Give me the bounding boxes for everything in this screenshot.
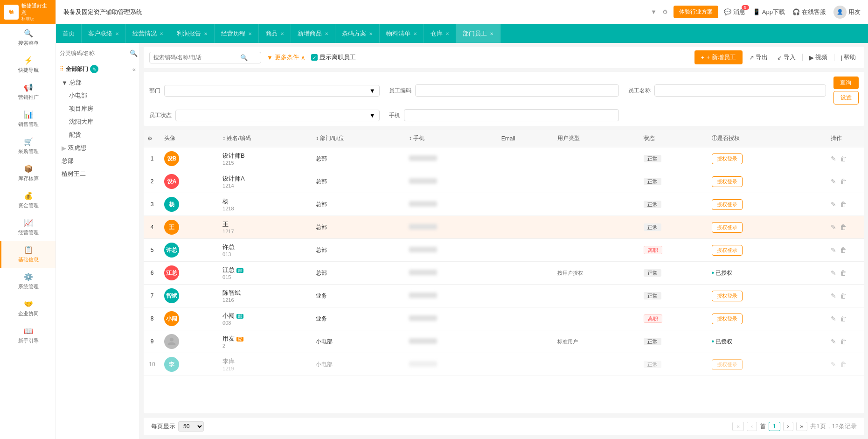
close-icon[interactable]: ✕	[490, 31, 493, 36]
edit-icon[interactable]: ✎	[831, 338, 836, 345]
trial-button[interactable]: 体验行业方案	[674, 6, 718, 18]
video-button[interactable]: ▶ 视频	[806, 51, 830, 63]
search-input[interactable]	[153, 54, 237, 61]
emp-code-input[interactable]	[415, 84, 619, 97]
next-page-button[interactable]: ›	[783, 422, 793, 431]
sidebar-item-search[interactable]: 🔍 搜索菜单	[0, 24, 56, 51]
sidebar-item-marketing[interactable]: 📢 营销推广	[0, 78, 56, 105]
auth-button[interactable]: 授权登录	[712, 222, 743, 233]
close-icon[interactable]: ✕	[204, 31, 208, 36]
dept-node-head[interactable]: ▼ 总部	[58, 76, 138, 89]
online-service-button[interactable]: 🎧 在线客服	[792, 8, 826, 16]
dept-node-small-elec[interactable]: 小电部	[65, 89, 138, 102]
edit-icon[interactable]: ✎	[831, 246, 836, 254]
set-button[interactable]: 设置	[833, 91, 859, 105]
prev-page-button[interactable]: ‹	[747, 422, 757, 431]
close-icon[interactable]: ✕	[445, 31, 449, 36]
auth-button[interactable]: 授权登录	[712, 153, 743, 164]
dept-node-project[interactable]: 项目库房	[65, 102, 138, 115]
dept-search-input[interactable]	[60, 50, 130, 56]
delete-icon[interactable]: 🗑	[840, 269, 847, 277]
more-filter-button[interactable]: ▼ 更多条件 ∧	[267, 53, 306, 62]
settings-icon[interactable]: ⚙	[662, 8, 668, 15]
th-phone[interactable]: ↕ 手机	[405, 130, 498, 147]
sidebar-item-collab[interactable]: 🤝 企业协同	[0, 295, 56, 322]
sidebar-item-operation[interactable]: 📈 经营管理	[0, 214, 56, 241]
auth-button[interactable]: 授权登录	[712, 359, 743, 370]
checkbox-resigned[interactable]	[311, 54, 318, 61]
close-icon[interactable]: ✕	[248, 31, 252, 36]
tab-barcode[interactable]: 条码方案✕	[335, 24, 380, 43]
delete-icon[interactable]: 🗑	[840, 155, 847, 162]
emp-name-input[interactable]	[654, 84, 826, 97]
message-button[interactable]: 💬 消息 5	[724, 8, 745, 16]
app-download-button[interactable]: 📱 App下载	[753, 8, 785, 16]
first-page-button[interactable]: «	[732, 422, 744, 431]
dept-node-shuanghu[interactable]: ▶ 双虎想	[58, 141, 138, 154]
filter-dept-select[interactable]: ▼	[164, 85, 380, 97]
query-button[interactable]: 查询	[833, 77, 859, 89]
auth-button[interactable]: 授权登录	[712, 314, 743, 324]
auth-button[interactable]: 授权登录	[712, 245, 743, 256]
per-page-select[interactable]: 50 20 100	[178, 421, 204, 432]
auth-button[interactable]: 授权登录	[712, 291, 743, 301]
th-name[interactable]: ↕ 姓名/编码	[219, 130, 312, 147]
close-icon[interactable]: ✕	[413, 31, 417, 36]
close-icon[interactable]: ✕	[115, 31, 119, 36]
delete-icon[interactable]: 🗑	[840, 292, 847, 300]
help-button[interactable]: | 帮助	[838, 51, 859, 63]
edit-icon[interactable]: ✎	[831, 292, 836, 300]
dept-node-zhishu[interactable]: 植树王二	[58, 167, 138, 181]
collapse-icon[interactable]: «	[132, 66, 136, 73]
phone-input[interactable]	[404, 109, 619, 121]
edit-icon[interactable]: ✎	[831, 155, 836, 162]
close-icon[interactable]: ✕	[369, 31, 373, 36]
sidebar-item-sales[interactable]: 📊 销售管理	[0, 105, 56, 132]
delete-icon[interactable]: 🗑	[840, 201, 847, 208]
dropdown-icon[interactable]: ▼	[651, 8, 657, 15]
dept-edit-button[interactable]: ✎	[90, 65, 98, 73]
delete-icon[interactable]: 🗑	[840, 178, 847, 185]
edit-icon[interactable]: ✎	[831, 178, 836, 185]
auth-button[interactable]: 授权登录	[712, 199, 743, 210]
tab-warehouse[interactable]: 仓库✕	[424, 24, 456, 43]
sidebar-item-inventory[interactable]: 📦 库存核算	[0, 160, 56, 187]
auth-button[interactable]: 授权登录	[712, 176, 743, 187]
dept-node-shenyang[interactable]: 沈阳大库	[65, 115, 138, 128]
sidebar-item-system[interactable]: ⚙️ 系统管理	[0, 268, 56, 295]
delete-icon[interactable]: 🗑	[840, 315, 847, 322]
filter-status-select[interactable]: ▼	[175, 110, 380, 121]
tab-customer[interactable]: 客户联络✕	[82, 24, 126, 43]
close-icon[interactable]: ✕	[280, 31, 284, 36]
close-icon[interactable]: ✕	[325, 31, 328, 36]
export-button[interactable]: ↗ 导出	[746, 51, 771, 63]
sidebar-item-guide[interactable]: 📖 新手引导	[0, 322, 56, 349]
dept-node-head2[interactable]: 总部	[58, 154, 138, 167]
add-employee-button[interactable]: + + 新增员工	[694, 50, 743, 64]
sidebar-item-finance[interactable]: 💰 资金管理	[0, 187, 56, 214]
tab-operation-status[interactable]: 经营情况✕	[126, 24, 170, 43]
delete-icon[interactable]: 🗑	[840, 361, 847, 368]
sidebar-item-basic[interactable]: 📋 基础信息	[0, 241, 56, 268]
tab-profit[interactable]: 利润报告✕	[170, 24, 215, 43]
edit-icon[interactable]: ✎	[831, 223, 836, 231]
edit-icon[interactable]: ✎	[831, 361, 836, 368]
edit-icon[interactable]: ✎	[831, 201, 836, 208]
th-dept[interactable]: ↕ 部门/职位	[312, 130, 405, 147]
th-settings[interactable]: ⚙	[144, 130, 160, 147]
dept-all-header[interactable]: ⠿ 全部部门 ✎ «	[56, 62, 139, 76]
tab-employees[interactable]: 部门员工✕	[456, 24, 500, 43]
delete-icon[interactable]: 🗑	[840, 223, 847, 231]
tab-home[interactable]: 首页	[56, 24, 82, 43]
delete-icon[interactable]: 🗑	[840, 246, 847, 254]
edit-icon[interactable]: ✎	[831, 315, 836, 322]
sidebar-item-quicknav[interactable]: ⚡ 快捷导航	[0, 51, 56, 78]
tab-goods[interactable]: 商品✕	[259, 24, 291, 43]
show-resigned-toggle[interactable]: 显示离职员工	[311, 53, 356, 62]
delete-icon[interactable]: 🗑	[840, 338, 847, 345]
tab-bom[interactable]: 物料清单✕	[380, 24, 424, 43]
close-icon[interactable]: ✕	[160, 31, 163, 36]
edit-icon[interactable]: ✎	[831, 269, 836, 277]
sidebar-item-purchase[interactable]: 🛒 采购管理	[0, 132, 56, 160]
import-button[interactable]: ↙ 导入	[774, 51, 799, 63]
